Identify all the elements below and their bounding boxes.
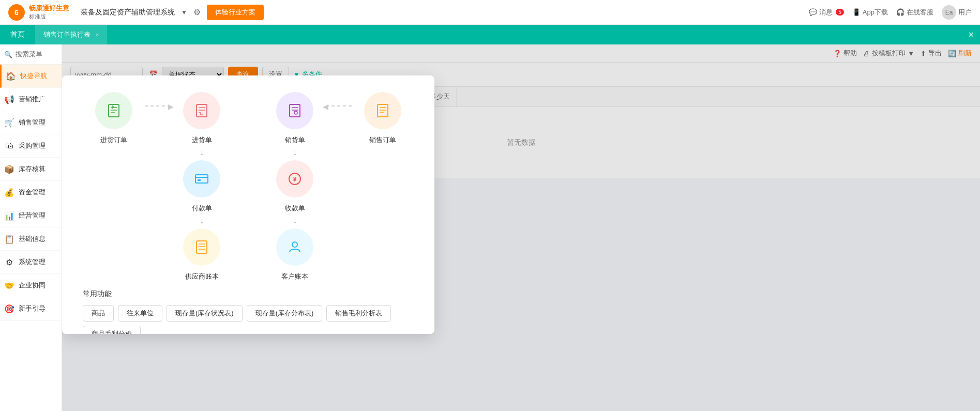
receipt-bill-circle: ¥ — [276, 160, 313, 197]
content-area: ❓ 帮助 🖨 按模板打印 ▼ ⬆ 导出 🔄 刷新 📅 单据状态 — [62, 44, 980, 411]
arrow-po-pb: ▶ — [145, 92, 171, 106]
svg-rect-10 — [198, 179, 201, 181]
sidebar-label-purchase: 采购管理 — [19, 141, 46, 150]
sidebar-label-newbie: 新手引导 — [19, 304, 46, 313]
system-dropdown-button[interactable]: ▼ — [181, 9, 187, 16]
svg-rect-8 — [195, 175, 208, 183]
arrow-so-sb: ◀ — [326, 92, 352, 106]
close-all-button[interactable]: × — [968, 29, 974, 40]
sidebar-item-purchase[interactable]: 🛍 采购管理 — [0, 134, 62, 158]
brand-name: 畅康通好生意 — [29, 4, 69, 13]
func-btn-stock-status[interactable]: 现存量(库存状况表) — [167, 305, 243, 322]
sidebar-label-enterprise: 企业协同 — [19, 281, 46, 290]
arrow-down-rec: ↓ — [293, 213, 297, 229]
user-label: 用户 — [958, 8, 972, 17]
common-func-title: 常用功能 — [83, 290, 414, 299]
quick-nav-modal: 进货订单 ▶ — [62, 75, 434, 334]
top-header: 6 畅康通好生意 标准版 装备及固定资产辅助管理系统 ▼ ⚙ 体验行业方案 💬 … — [0, 0, 980, 25]
sidebar-item-operations[interactable]: 📊 经营管理 — [0, 204, 62, 227]
dashed-line-2: ◀ — [326, 105, 352, 106]
modal-content: 进货订单 ▶ — [62, 75, 434, 334]
operations-icon: 📊 — [4, 210, 14, 221]
sidebar-item-quick-nav[interactable]: 🏠 快捷导航 — [0, 65, 62, 88]
tab-home[interactable]: 首页 — [0, 25, 35, 44]
home-icon: 🏠 — [6, 71, 16, 81]
sidebar-item-marketing[interactable]: 📢 营销推广 — [0, 88, 62, 111]
purchase-order-icon — [104, 101, 123, 120]
sales-bill-icon — [285, 101, 304, 120]
flow-node-sales-order[interactable]: 销售订单 — [352, 92, 414, 145]
logo-area: 6 畅康通好生意 标准版 — [8, 4, 70, 21]
sidebar-item-inventory[interactable]: 📦 库存核算 — [0, 158, 62, 181]
svg-rect-11 — [197, 241, 207, 253]
flow-node-payment-bill[interactable]: 付款单 — [171, 160, 233, 213]
flow-node-customer-account[interactable]: 客户账本 — [264, 229, 326, 281]
message-button[interactable]: 💬 消息 5 — [809, 8, 844, 17]
func-btn-sales-gross[interactable]: 销售毛利分析表 — [326, 305, 391, 322]
flow-col-sales-bill: 销货单 ↓ ¥ — [264, 92, 326, 281]
tab-sales-order[interactable]: 销售订单执行表 × — [35, 25, 107, 44]
online-service-label: 在线客服 — [907, 8, 933, 17]
marketing-icon: 📢 — [4, 94, 14, 104]
func-btn-goods[interactable]: 商品 — [83, 305, 114, 322]
func-buttons-row1: 商品 往来单位 现存量(库存状况表) 现存量(库存分布表) 销售毛利分析表 商品… — [83, 305, 414, 334]
sales-bill-circle — [276, 92, 313, 129]
message-badge: 5 — [836, 9, 844, 16]
receipt-bill-icon: ¥ — [285, 170, 304, 188]
flow-node-purchase-bill[interactable]: 进货单 — [171, 92, 233, 145]
tab-close-icon[interactable]: × — [96, 32, 99, 38]
common-functions: 常用功能 商品 往来单位 现存量(库存状况表) 现存量(库存分布表) 销售毛利分… — [83, 290, 414, 334]
sidebar: 🔍 搜索菜单 🏠 快捷导航 📢 营销推广 🛒 销售管理 🛍 采购管理 📦 库存核… — [0, 44, 62, 411]
search-menu-label: 搜索菜单 — [16, 50, 42, 59]
logo-text: 畅康通好生意 标准版 — [29, 4, 69, 20]
arrow-down-sb: ↓ — [293, 145, 297, 160]
avatar: Ea — [942, 5, 956, 20]
func-btn-goods-gross[interactable]: 商品毛利分析 — [83, 326, 141, 334]
flow-node-receipt-bill[interactable]: ¥ 收款单 — [264, 160, 326, 213]
sidebar-item-basic[interactable]: 📋 基础信息 — [0, 227, 62, 251]
header-right: 💬 消息 5 📱 App下载 🎧 在线客服 Ea 用户 — [809, 5, 972, 20]
svg-text:¥: ¥ — [293, 176, 297, 183]
flow-node-supplier-account[interactable]: 供应商账本 — [171, 229, 233, 281]
search-menu-button[interactable]: 🔍 搜索菜单 — [0, 44, 62, 65]
supplier-account-label: 供应商账本 — [185, 272, 219, 281]
arrow-right-1: ▶ — [168, 102, 174, 111]
arrow-down-pay: ↓ — [200, 213, 204, 229]
payment-bill-label: 付款单 — [192, 204, 212, 213]
func-btn-stock-dist[interactable]: 现存量(库存分布表) — [247, 305, 323, 322]
svg-rect-22 — [378, 104, 388, 117]
purchase-order-label: 进货订单 — [100, 135, 127, 145]
sales-icon: 🛒 — [4, 117, 14, 128]
customer-account-circle — [276, 229, 313, 266]
customer-account-icon — [285, 238, 304, 256]
online-service-button[interactable]: 🎧 在线客服 — [896, 8, 933, 17]
service-icon: 🎧 — [896, 8, 904, 16]
sidebar-item-system[interactable]: ⚙ 系统管理 — [0, 251, 62, 274]
arrow-down-pb: ↓ — [200, 145, 204, 160]
sales-order-circle — [364, 92, 401, 129]
sidebar-item-newbie[interactable]: 🎯 新手引导 — [0, 297, 62, 321]
sidebar-label-basic: 基础信息 — [19, 234, 46, 243]
flow-node-sales-bill[interactable]: 销货单 — [264, 92, 326, 145]
settings-icon[interactable]: ⚙ — [193, 7, 201, 17]
arrow-left-1: ◀ — [323, 102, 328, 111]
sidebar-item-sales[interactable]: 🛒 销售管理 — [0, 111, 62, 134]
sidebar-item-enterprise[interactable]: 🤝 企业协同 — [0, 274, 62, 297]
app-download-button[interactable]: 📱 App下载 — [852, 8, 888, 17]
user-menu[interactable]: Ea 用户 — [942, 5, 972, 20]
search-icon: 🔍 — [4, 51, 12, 58]
inventory-icon: 📦 — [4, 164, 14, 174]
dashed-line-1: ▶ — [145, 105, 171, 106]
sidebar-label-inventory: 库存核算 — [19, 164, 46, 174]
sidebar-item-finance[interactable]: 💰 资金管理 — [0, 181, 62, 204]
payment-bill-circle — [183, 160, 220, 197]
sidebar-label-finance: 资金管理 — [19, 188, 46, 197]
flow-node-purchase-order[interactable]: 进货订单 — [83, 92, 145, 145]
purchase-bill-icon — [192, 101, 211, 120]
system-icon: ⚙ — [4, 257, 14, 267]
func-btn-partners[interactable]: 往来单位 — [118, 305, 162, 322]
svg-marker-4 — [112, 105, 114, 109]
tab-sales-order-label: 销售订单执行表 — [43, 30, 91, 39]
sidebar-label-quick-nav: 快捷导航 — [20, 71, 47, 81]
trial-button[interactable]: 体验行业方案 — [207, 5, 264, 20]
